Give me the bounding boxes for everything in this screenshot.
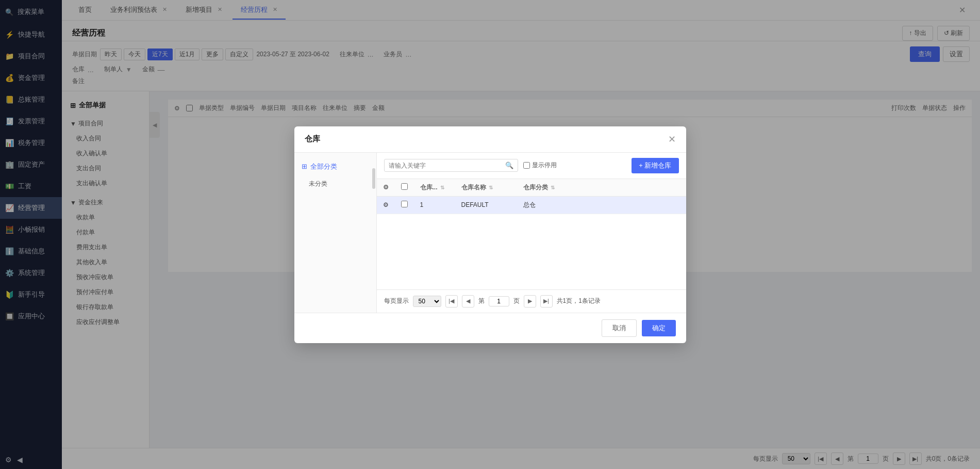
col-header-name[interactable]: 仓库名称 ⇅ [455, 179, 517, 197]
modal-right-panel: 🔍 显示停用 + 新增仓库 ⚙ 仓库... [377, 153, 686, 313]
row-name: 总仓 [517, 196, 686, 214]
show-disabled-checkbox[interactable] [523, 162, 530, 169]
modal-page-suffix: 页 [513, 297, 520, 305]
col-header-id[interactable]: 仓库... ⇅ [414, 179, 455, 197]
grid-icon-modal: ⊞ [302, 163, 307, 170]
sort-icon-cat: ⇅ [551, 185, 555, 190]
row-code: DEFAULT [455, 196, 517, 214]
modal-total-label: 共1页，1条记录 [557, 297, 601, 305]
modal-close-button[interactable]: ✕ [668, 134, 676, 145]
row-checkbox[interactable] [401, 201, 408, 207]
modal-first-page[interactable]: |◀ [445, 295, 458, 308]
table-row[interactable]: ⚙ 1 DEFAULT 总仓 [377, 196, 686, 214]
modal-toolbar: 🔍 显示停用 + 新增仓库 [377, 153, 686, 179]
row-check [395, 196, 414, 214]
modal-pagination: 每页显示 50 100 |◀ ◀ 第 页 ▶ ▶| 共1页，1条记录 [377, 289, 686, 313]
warehouse-search-input[interactable] [389, 162, 505, 169]
row-id: 1 [414, 196, 455, 214]
sort-icon-id: ⇅ [440, 185, 444, 190]
modal-all-category[interactable]: ⊞ 全部分类 [294, 158, 376, 175]
modal-warehouse-table: ⚙ 仓库... ⇅ 仓库名称 ⇅ 仓库分类 [377, 179, 686, 289]
modal-footer: 取消 确定 [294, 313, 686, 343]
show-disabled-text: 显示停用 [532, 161, 557, 170]
modal-next-page[interactable]: ▶ [524, 295, 536, 308]
warehouse-search-wrap: 🔍 [384, 159, 518, 172]
search-icon-modal: 🔍 [505, 161, 513, 169]
confirm-button[interactable]: 确定 [642, 320, 676, 336]
modal-page-size-select[interactable]: 50 100 [413, 296, 441, 307]
modal-left-scrollbar [372, 168, 375, 189]
sort-icon-name: ⇅ [489, 185, 493, 190]
modal-last-page[interactable]: ▶| [540, 295, 553, 308]
all-category-label: 全部分类 [310, 162, 337, 171]
col-header-gear: ⚙ [377, 179, 395, 197]
row-gear: ⚙ [377, 196, 395, 214]
modal-left-panel: ⊞ 全部分类 未分类 [294, 153, 377, 313]
col-header-check [395, 179, 414, 197]
col-header-cat[interactable]: 仓库分类 ⇅ [517, 179, 686, 197]
modal-body: ⊞ 全部分类 未分类 🔍 显示停用 + 新增仓库 [294, 153, 686, 313]
modal-header: 仓库 ✕ [294, 126, 686, 153]
col-id-label: 仓库... [420, 184, 438, 191]
show-disabled-label[interactable]: 显示停用 [523, 161, 557, 170]
add-warehouse-button[interactable]: + 新增仓库 [632, 158, 678, 173]
modal-category-uncategorized[interactable]: 未分类 [294, 175, 376, 192]
modal-page-text: 第 [478, 297, 485, 305]
modal-page-input[interactable] [489, 296, 509, 306]
warehouse-modal: 仓库 ✕ ⊞ 全部分类 未分类 🔍 显示停用 [294, 126, 686, 343]
col-cat-label: 仓库分类 [523, 184, 548, 191]
table-select-all-modal[interactable] [401, 183, 408, 190]
modal-page-size-label: 每页显示 [384, 297, 409, 305]
modal-prev-page[interactable]: ◀ [462, 295, 474, 308]
cancel-button[interactable]: 取消 [602, 319, 637, 337]
modal-title: 仓库 [305, 134, 320, 144]
col-name-label: 仓库名称 [461, 184, 486, 191]
